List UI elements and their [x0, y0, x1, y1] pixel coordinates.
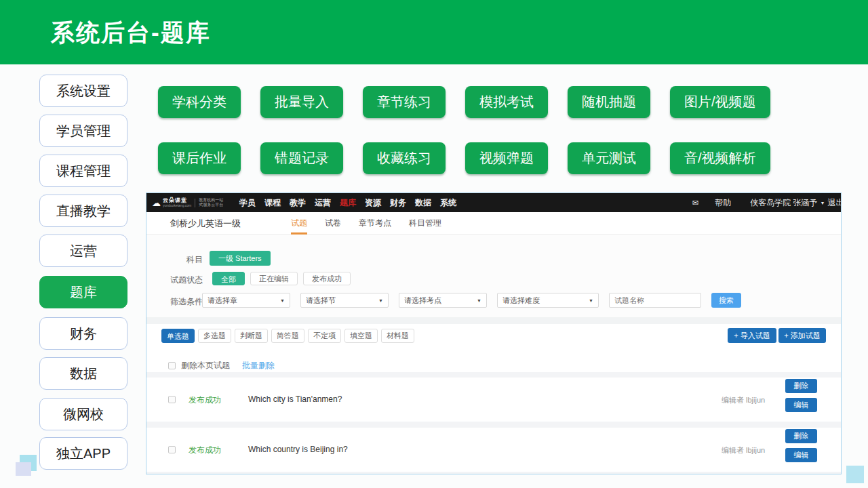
status-badge: 发布成功 — [189, 394, 221, 406]
status-options: 全部 正在编辑 发布成功 — [212, 272, 351, 285]
edit-button[interactable]: 编辑 — [785, 398, 817, 412]
sidebar-item-standalone-app[interactable]: 独立APP — [39, 437, 127, 470]
sidebar-item-system-settings[interactable]: 系统设置 — [39, 75, 127, 107]
status-option-all[interactable]: 全部 — [212, 272, 245, 285]
select-caret-icon: ▼ — [589, 298, 593, 303]
section-select[interactable]: 请选择节▼ — [300, 293, 389, 308]
select-caret-icon: ▼ — [280, 298, 285, 303]
status-label: 试题状态 — [155, 274, 203, 286]
sidebar-item-course-management[interactable]: 课程管理 — [39, 155, 127, 187]
select-caret-icon: ▼ — [378, 298, 383, 303]
add-question-button[interactable]: + 添加试题 — [778, 328, 826, 343]
sidebar-item-question-bank[interactable]: 题库 — [39, 276, 127, 308]
select-caret-icon: ▼ — [477, 298, 481, 303]
feature-audio-video-analysis[interactable]: 音/视频解析 — [670, 142, 770, 174]
nav-item-courses[interactable]: 课程 — [264, 197, 281, 209]
status-option-published[interactable]: 发布成功 — [303, 272, 351, 285]
edit-button[interactable]: 编辑 — [785, 448, 817, 462]
import-questions-button[interactable]: + 导入试题 — [728, 328, 776, 343]
qtab-material[interactable]: 材料题 — [381, 329, 414, 343]
nav-item-operations[interactable]: 运营 — [315, 197, 331, 209]
nav-item-finance[interactable]: 财务 — [390, 197, 406, 209]
nav-item-students[interactable]: 学员 — [239, 197, 256, 209]
tab-papers[interactable]: 试卷 — [325, 212, 341, 235]
help-link[interactable]: 帮助 — [715, 197, 731, 209]
nav-item-question-bank[interactable]: 题库 — [340, 197, 356, 209]
feature-chapter-practice[interactable]: 章节练习 — [363, 86, 446, 118]
chapter-select[interactable]: 请选择章▼ — [202, 293, 290, 308]
feature-row-1: 学科分类 批量导入 章节练习 模拟考试 随机抽题 图片/视频题 — [158, 86, 770, 118]
feature-unit-test[interactable]: 单元测试 — [568, 142, 650, 174]
delete-page-row: 删除本页试题 批量删除 — [168, 360, 275, 371]
logo-tagline-line2: 式服务云平台 — [199, 203, 223, 208]
decor-square-lavender — [16, 462, 31, 476]
tab-chapter-points[interactable]: 章节考点 — [359, 212, 391, 235]
cloud-logo-icon: ☁ — [152, 198, 161, 208]
decor-square-cyan — [846, 466, 864, 483]
question-name-input[interactable] — [609, 293, 701, 308]
nav-item-data[interactable]: 数据 — [415, 197, 431, 209]
editor-label: 编辑者 lbjijun — [722, 395, 765, 405]
feature-subject-classification[interactable]: 学科分类 — [158, 86, 241, 118]
sidebar-item-student-management[interactable]: 学员管理 — [39, 115, 127, 147]
logo-divider — [195, 199, 195, 207]
sidebar-item-micro-school[interactable]: 微网校 — [39, 398, 127, 430]
admin-screenshot-panel: ☁ 云朵课堂 yunduoketang.com 教育机构一站 式服务云平台 学员… — [146, 192, 842, 474]
section-divider — [146, 317, 841, 324]
filter-section: 科目 一级 Starters 试题状态 全部 正在编辑 发布成功 筛选条件 请选… — [146, 235, 841, 317]
feature-video-popup-question[interactable]: 视频弹题 — [465, 142, 548, 174]
qtab-indefinite[interactable]: 不定项 — [308, 329, 341, 343]
difficulty-select[interactable]: 请选择难度▼ — [497, 293, 599, 308]
sidebar-item-live-teaching[interactable]: 直播教学 — [39, 195, 127, 227]
nav-item-resources[interactable]: 资源 — [365, 197, 381, 209]
app-topbar: ☁ 云朵课堂 yunduoketang.com 教育机构一站 式服务云平台 学员… — [146, 193, 841, 212]
nav-item-system[interactable]: 系统 — [440, 197, 456, 209]
feature-favorite-practice[interactable]: 收藏练习 — [363, 142, 446, 174]
logout-link[interactable]: 退出 — [828, 197, 842, 209]
tab-subject-management[interactable]: 科目管理 — [409, 212, 441, 235]
tab-questions[interactable]: 试题 — [291, 212, 307, 235]
mail-icon[interactable]: ✉ — [692, 199, 698, 207]
question-row: 发布成功 Which country is Beijing in? 编辑者 lb… — [146, 428, 841, 472]
status-option-editing[interactable]: 正在编辑 — [250, 272, 298, 285]
qtab-single-choice[interactable]: 单选题 — [161, 329, 195, 343]
account-name[interactable]: 侠客岛学院 张涵予 — [750, 197, 817, 209]
qtab-short-answer[interactable]: 简答题 — [271, 329, 304, 343]
subject-label: 科目 — [155, 254, 203, 266]
topbar-right: ✉ 帮助 侠客岛学院 张涵予 ▼ 退出 — [692, 193, 842, 212]
delete-button[interactable]: 删除 — [785, 429, 817, 443]
app-logo[interactable]: ☁ 云朵课堂 yunduoketang.com 教育机构一站 式服务云平台 — [152, 198, 223, 208]
question-row: 发布成功 Which city is Tian'anmen? 编辑者 lbjij… — [146, 378, 841, 422]
nav-item-teaching[interactable]: 教学 — [290, 197, 306, 209]
delete-button[interactable]: 删除 — [785, 379, 817, 393]
subnav-tabs: 试题 试卷 章节考点 科目管理 — [291, 212, 441, 235]
feature-mock-exam[interactable]: 模拟考试 — [465, 86, 548, 118]
feature-random-draw[interactable]: 随机抽题 — [568, 86, 650, 118]
row-checkbox[interactable] — [168, 446, 176, 453]
search-button[interactable]: 搜索 — [711, 293, 741, 308]
qtab-fill-blank[interactable]: 填空题 — [344, 329, 378, 343]
feature-homework[interactable]: 课后作业 — [158, 142, 241, 174]
sidebar-item-finance[interactable]: 财务 — [39, 317, 127, 350]
sidebar-item-data[interactable]: 数据 — [39, 357, 127, 390]
chevron-down-icon[interactable]: ▼ — [821, 201, 825, 205]
qtab-multiple-choice[interactable]: 多选题 — [198, 329, 231, 343]
feature-row-2: 课后作业 错题记录 收藏练习 视频弹题 单元测试 音/视频解析 — [158, 142, 770, 174]
qtab-true-false[interactable]: 判断题 — [235, 329, 268, 343]
question-list: 发布成功 Which city is Tian'anmen? 编辑者 lbjij… — [146, 372, 841, 474]
sidebar-item-operations[interactable]: 运营 — [39, 235, 127, 267]
exam-point-select[interactable]: 请选择考点▼ — [399, 293, 487, 308]
feature-image-video-question[interactable]: 图片/视频题 — [670, 86, 770, 118]
subject-value-pill[interactable]: 一级 Starters — [210, 251, 271, 266]
filter-selects-row: 请选择章▼ 请选择节▼ 请选择考点▼ 请选择难度▼ 搜索 — [202, 293, 741, 308]
select-all-checkbox[interactable] — [168, 362, 176, 369]
feature-wrong-question-record[interactable]: 错题记录 — [260, 142, 343, 174]
course-name: 剑桥少儿英语一级 — [170, 212, 241, 235]
feature-batch-import[interactable]: 批量导入 — [260, 86, 343, 118]
app-subnav: 剑桥少儿英语一级 试题 试卷 章节考点 科目管理 — [146, 212, 841, 235]
batch-delete-link[interactable]: 批量删除 — [242, 360, 275, 371]
condition-label: 筛选条件 — [155, 296, 203, 308]
page-title: 系统后台-题库 — [51, 0, 211, 64]
row-checkbox[interactable] — [168, 396, 176, 403]
delete-page-label: 删除本页试题 — [181, 360, 230, 371]
